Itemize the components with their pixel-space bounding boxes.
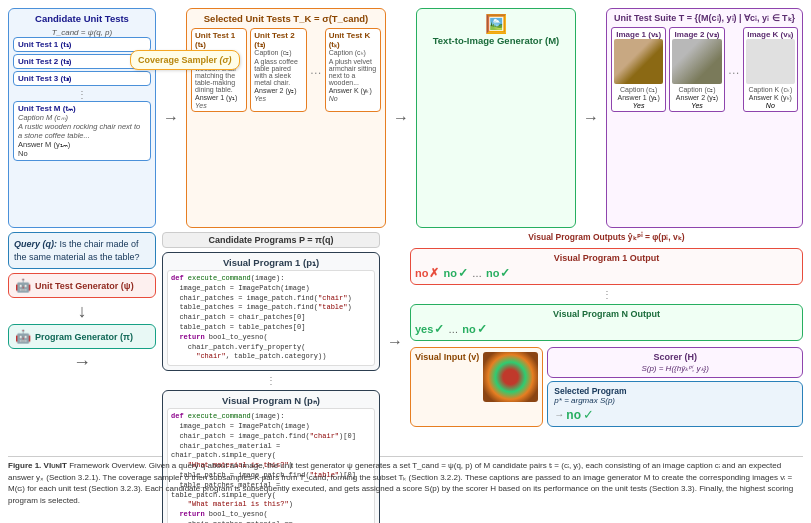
sel-test-k-answer-val: No <box>329 95 377 102</box>
check-icon-3: ✓ <box>434 322 444 336</box>
unit-test-suite-title: Unit Test Suite T = {(M(cᵢ), yᵢ) | ∀cᵢ, … <box>611 13 798 23</box>
suite-image-k-placeholder <box>746 39 795 84</box>
candidate-test-2-label: Unit Test 2 (t₂) <box>18 57 146 66</box>
suite-images-row: Image 1 (v₁) Caption (c₁) Answer 1 (y₁) … <box>611 27 798 112</box>
vp1-out-no-check-k: no ✓ <box>486 266 510 280</box>
candidate-programs-label: Candidate Programs P = π(q) <box>162 232 380 248</box>
sel-test-2-caption-id: Caption (c₂) <box>254 49 302 57</box>
program-gen-icon: 🤖 <box>15 329 31 344</box>
suite-image-k-answer-val: No <box>746 102 795 109</box>
cross-icon-1: ✗ <box>429 266 439 280</box>
vp1-out-no-check: no ✓ <box>443 266 467 280</box>
arrow-utgen-to-proggen: ↓ <box>8 302 156 320</box>
result-no: no <box>566 408 581 422</box>
selected-tests-row: Unit Test 1 (t₁) Caption (c₁) A sturdy w… <box>191 28 381 112</box>
t2i-icon: 🖼️ <box>421 13 571 35</box>
vpn-title: Visual Program N (pₙ) <box>167 395 375 406</box>
vp1-code: def execute_command(image): image_patch … <box>167 270 375 366</box>
suite-image-k: Image K (vₖ) Caption K (cₖ) Answer K (yₖ… <box>743 27 798 112</box>
sel-test-k-answer-label: Answer K (yₖ) <box>329 87 377 95</box>
output-dots-n: … <box>448 324 458 335</box>
left-col: Query (q): Is the chair made of the same… <box>8 232 156 452</box>
no-text-n: no <box>462 323 475 335</box>
candidate-test-1-label: Unit Test 1 (t₁) <box>18 40 146 49</box>
sel-test-2-label: Unit Test 2 (t₂) <box>254 31 302 49</box>
arrow-selected-to-t2i: → <box>392 8 410 228</box>
outputs-col: Visual Program Outputs ŷₖᵖⁱ = φ(pᵢ, vₖ) … <box>410 232 803 452</box>
selected-prog-result: → no ✓ <box>554 407 796 422</box>
sel-test-k-caption-id: Caption (cₖ) <box>329 49 377 57</box>
coverage-sampler-bubble: Coverage Sampler (σ) <box>130 50 240 70</box>
suite-image-k-answer-label: Answer K (yₖ) <box>746 94 795 102</box>
sel-test-1-answer-label: Answer 1 (y₁) <box>195 94 243 102</box>
check-icon-4: ✓ <box>477 322 487 336</box>
bottom-row: Query (q): Is the chair made of the same… <box>8 232 803 452</box>
scorer-box: Scorer (H) S(p) = H({hŷₖᵖⁱ, yₖ}) <box>547 347 803 378</box>
vp-outputs-header: Visual Program Outputs ŷₖᵖⁱ = φ(pᵢ, vₖ) <box>410 232 803 242</box>
dots-between-outputs: ⋮ <box>410 289 803 300</box>
candidate-test-3: Unit Test 3 (t₃) <box>13 71 151 86</box>
suite-image-1-label: Image 1 (v₁) <box>614 30 663 39</box>
candidate-test-m: Unit Test M (tₘ) Caption M (cₘ) A rustic… <box>13 101 151 161</box>
candidate-test-m-answer-val: No <box>18 149 146 158</box>
vp1-output-title: Visual Program 1 Output <box>415 253 798 263</box>
candidate-test-m-answer-label: Answer M (y₁ₘ) <box>18 140 146 149</box>
check-icon-2: ✓ <box>500 266 510 280</box>
visual-program-n-box: Visual Program N (pₙ) def execute_comman… <box>162 390 380 523</box>
candidate-test-m-caption: A rustic wooden rocking chair next to a … <box>18 122 146 140</box>
main-container: Candidate Unit Tests T_cand = ψ(q, p) Un… <box>0 0 811 523</box>
scorer-section: Visual Input (v) Scorer (H) S(p) = H({hŷ… <box>410 347 803 427</box>
dots-between-suite-images: … <box>728 27 740 112</box>
candidate-test-3-label: Unit Test 3 (t₃) <box>18 74 146 83</box>
arrow-proggen-out: → <box>8 353 156 371</box>
candidate-unit-tests-formula: T_cand = ψ(q, p) <box>13 28 151 37</box>
visual-programs-col: Candidate Programs P = π(q) Visual Progr… <box>162 232 380 452</box>
sel-test-2-answer-label: Answer 2 (y₂) <box>254 87 302 95</box>
query-box: Query (q): Is the chair made of the same… <box>8 232 156 269</box>
scorer-formula: S(p) = H({hŷₖᵖⁱ, yₖ}) <box>554 364 796 373</box>
arrow-programs-to-outputs: → <box>386 232 404 452</box>
program-gen-label: Program Generator (π) <box>35 332 133 342</box>
vpn-out-yes-check: yes ✓ <box>415 322 444 336</box>
figure-caption-text: Framework Overview. Given a query q abou… <box>8 461 793 505</box>
vp1-output-row: no ✗ no ✓ … no ✓ <box>415 266 798 280</box>
sel-test-1-answer-val: Yes <box>195 102 243 109</box>
t2i-generator-title: Text-to-Image Generator (M) <box>421 35 571 46</box>
unit-test-gen-label: Unit Test Generator (ψ) <box>35 281 134 291</box>
suite-image-k-label: Image K (vₖ) <box>746 30 795 39</box>
sel-test-1-label: Unit Test 1 (t₁) <box>195 31 243 49</box>
suite-image-1: Image 1 (v₁) Caption (c₁) Answer 1 (y₁) … <box>611 27 666 112</box>
vp1-out-no-cross: no ✗ <box>415 266 439 280</box>
suite-image-1-caption: Caption (c₁) <box>614 86 663 94</box>
vp1-title: Visual Program 1 (p₁) <box>167 257 375 268</box>
suite-image-1-placeholder <box>614 39 663 84</box>
sel-test-k: Unit Test K (tₖ) Caption (cₖ) A plush ve… <box>325 28 381 112</box>
visual-input-box: Visual Input (v) <box>410 347 543 427</box>
dots-between-programs: ⋮ <box>162 375 380 386</box>
output-dots-1: … <box>472 268 482 279</box>
sel-test-k-caption: A plush velvet armchair sitting next to … <box>329 58 377 86</box>
program-generator-box: 🤖 Program Generator (π) <box>8 324 156 349</box>
vpn-output-box: Visual Program N Output yes ✓ … no ✓ <box>410 304 803 341</box>
candidate-test-m-caption-label: Caption M (cₘ) <box>18 113 146 122</box>
visual-input-label: Visual Input (v) <box>415 352 479 362</box>
arrow-t2i-to-suite: → <box>582 8 600 228</box>
food-image <box>483 352 538 402</box>
suite-image-1-answer-val: Yes <box>614 102 663 109</box>
query-label: Query (q): <box>14 239 60 249</box>
figure-number: Figure 1. <box>8 461 41 470</box>
vertical-dots-candidate: ⋮ <box>13 89 151 100</box>
vpn-out-no-check: no ✓ <box>462 322 486 336</box>
candidate-test-1: Unit Test 1 (t₁) <box>13 37 151 52</box>
arrow-candidate-to-selected: → <box>162 8 180 228</box>
result-check: ✓ <box>583 407 594 422</box>
vpn-output-title: Visual Program N Output <box>415 309 798 319</box>
sel-test-2: Unit Test 2 (t₂) Caption (c₂) A glass co… <box>250 28 306 112</box>
suite-image-2-caption: Caption (c₂) <box>672 86 721 94</box>
suite-image-2-label: Image 2 (v₂) <box>672 30 721 39</box>
sel-test-k-label: Unit Test K (tₖ) <box>329 31 377 49</box>
suite-image-1-answer-label: Answer 1 (y₁) <box>614 94 663 102</box>
candidate-unit-tests-box: Candidate Unit Tests T_cand = ψ(q, p) Un… <box>8 8 156 228</box>
suite-image-2-answer-val: Yes <box>672 102 721 109</box>
coverage-sampler-symbol: (σ) <box>220 55 232 65</box>
